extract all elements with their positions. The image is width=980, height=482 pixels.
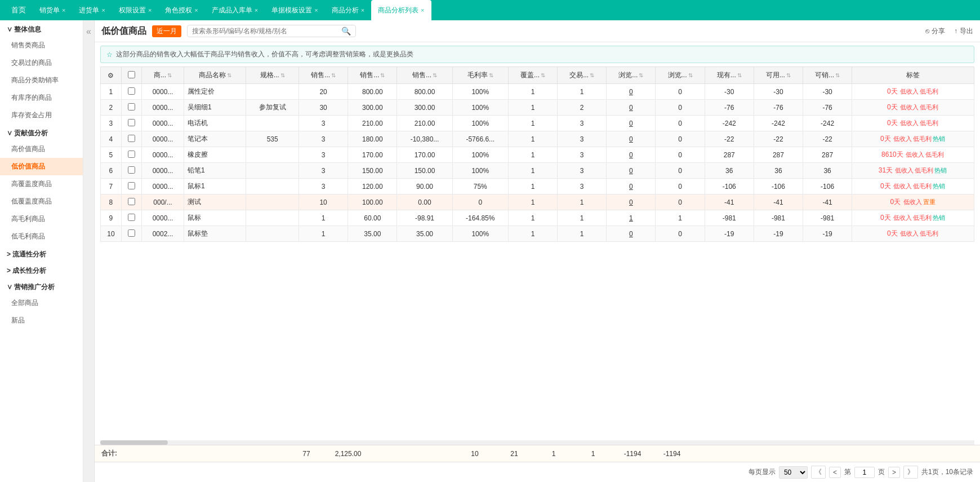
row-select-checkbox[interactable] [128,103,135,110]
row-select-checkbox[interactable] [128,229,135,237]
row-browse1[interactable]: 0 [607,194,656,210]
browse-link[interactable]: 1 [629,214,633,222]
search-box[interactable]: 🔍 [187,25,356,37]
browse-link[interactable]: 0 [629,151,633,159]
col-stock[interactable]: 现有...⇅ [705,67,754,84]
per-page-select[interactable]: 50 100 200 [779,466,808,479]
col-browse1[interactable]: 浏览...⇅ [607,67,656,84]
scrollbar-thumb[interactable] [100,440,168,445]
col-sellable[interactable]: 可销...⇅ [803,67,852,84]
row-checkbox[interactable] [121,147,141,163]
col-margin[interactable]: 毛利率⇅ [452,67,508,84]
row-select-checkbox[interactable] [128,182,135,189]
share-btn[interactable]: ⎋ 分享 [925,26,945,36]
sidebar-item-high-value[interactable]: 高价值商品 [0,140,83,158]
nav-roles[interactable]: 角色授权 × [158,0,204,20]
nav-roles-close[interactable]: × [194,7,198,14]
row-browse1[interactable]: 0 [607,147,656,163]
nav-purchase-close[interactable]: × [101,7,105,14]
row-select-checkbox[interactable] [128,87,135,95]
nav-warehouse-close[interactable]: × [255,7,258,14]
sidebar-item-low-value[interactable]: 低价值商品 [0,158,83,175]
sidebar-item-traded-goods[interactable]: 交易过的商品 [0,54,83,72]
browse-link[interactable]: 0 [629,198,633,206]
row-checkbox[interactable] [121,84,141,100]
nav-analysis-close[interactable]: × [361,7,364,14]
sidebar-item-high-margin[interactable]: 高毛利商品 [0,210,83,228]
sidebar-item-low-margin[interactable]: 低毛利商品 [0,228,83,245]
nav-template[interactable]: 单据模板设置 × [265,0,324,20]
nav-sales-close[interactable]: × [62,7,65,14]
sidebar-item-stocked-goods[interactable]: 有库序的商品 [0,89,83,107]
row-select-checkbox[interactable] [128,166,135,174]
nav-template-close[interactable]: × [314,7,318,14]
sidebar-item-high-coverage[interactable]: 高覆盖度商品 [0,175,83,193]
row-checkbox[interactable] [121,194,141,210]
nav-analysis-list[interactable]: 商品分析列表 × [371,0,431,20]
col-avail[interactable]: 可用...⇅ [754,67,803,84]
row-select-checkbox[interactable] [128,135,135,142]
export-btn[interactable]: ↑ 导出 [954,26,973,36]
row-checkbox[interactable] [121,163,141,179]
row-checkbox[interactable] [121,100,141,116]
col-qty[interactable]: 销售...⇅ [299,67,348,84]
col-spec[interactable]: 规格...⇅ [246,67,299,84]
col-settings[interactable]: ⚙ [101,67,122,84]
browse-link[interactable]: 0 [629,120,633,127]
nav-analysis-list-close[interactable]: × [421,7,424,14]
row-browse1[interactable]: 0 [607,131,656,147]
row-browse1[interactable]: 0 [607,84,656,100]
sidebar-item-inventory-capital[interactable]: 库存资金占用 [0,107,83,124]
sidebar-group-overall[interactable]: ∨ 整体信息 [0,20,83,37]
browse-link[interactable]: 0 [629,183,633,191]
row-select-checkbox[interactable] [128,198,135,205]
row-checkbox[interactable] [121,210,141,226]
nav-purchase[interactable]: 进货单 × [72,0,112,20]
col-browse2[interactable]: 浏览...⇅ [656,67,705,84]
first-page-btn[interactable]: 《 [811,466,826,479]
col-cover[interactable]: 覆盖...⇅ [508,67,557,84]
sidebar-group-marketing[interactable]: ∨ 营销推广分析 [0,278,83,294]
col-code[interactable]: 商...⇅ [141,67,184,84]
nav-warehouse[interactable]: 产成品入库单 × [205,0,265,20]
sidebar-group-circulation[interactable]: > 流通性分析 [0,245,83,262]
row-browse1[interactable]: 1 [607,210,656,226]
row-browse1[interactable]: 0 [607,100,656,116]
nav-permissions[interactable]: 权限设置 × [112,0,158,20]
col-checkbox[interactable] [121,67,141,84]
row-checkbox[interactable] [121,179,141,194]
row-select-checkbox[interactable] [128,119,135,126]
browse-link[interactable]: 0 [629,88,633,96]
prev-page-btn[interactable]: < [829,467,841,478]
col-sales2[interactable]: 销售...⇅ [397,67,452,84]
time-filter-btn[interactable]: 近一月 [152,25,181,37]
col-tags[interactable]: 标签 [852,67,974,84]
sidebar-item-sales-goods[interactable]: 销售类商品 [0,37,83,54]
col-trade[interactable]: 交易...⇅ [558,67,607,84]
row-browse1[interactable]: 0 [607,116,656,131]
row-browse1[interactable]: 0 [607,226,656,242]
sidebar-collapse-btn[interactable]: « [83,20,95,482]
col-name[interactable]: 商品名称⇅ [184,67,246,84]
next-page-btn[interactable]: > [888,467,900,478]
browse-link[interactable]: 0 [629,135,633,143]
row-browse1[interactable]: 0 [607,179,656,194]
row-browse1[interactable]: 0 [607,163,656,179]
sidebar-item-new-goods[interactable]: 新品 [0,312,83,329]
nav-sales[interactable]: 销货单 × [33,0,72,20]
browse-link[interactable]: 0 [629,230,633,238]
row-checkbox[interactable] [121,116,141,131]
row-checkbox[interactable] [121,226,141,242]
sidebar-item-all-goods[interactable]: 全部商品 [0,294,83,312]
nav-analysis[interactable]: 商品分析 × [325,0,371,20]
select-all-checkbox[interactable] [128,71,135,78]
sidebar-group-contribution[interactable]: ∨ 贡献值分析 [0,124,83,140]
browse-link[interactable]: 0 [629,167,633,175]
row-checkbox[interactable] [121,131,141,147]
row-select-checkbox[interactable] [128,151,135,158]
nav-permissions-close[interactable]: × [148,7,152,14]
table-container[interactable]: ⚙ 商...⇅ 商品名称⇅ 规格...⇅ 销售...⇅ 销售...⇅ 销售...… [95,67,980,440]
col-sales1[interactable]: 销售...⇅ [348,67,397,84]
row-select-checkbox[interactable] [128,214,135,221]
table-scrollbar[interactable] [100,440,974,445]
